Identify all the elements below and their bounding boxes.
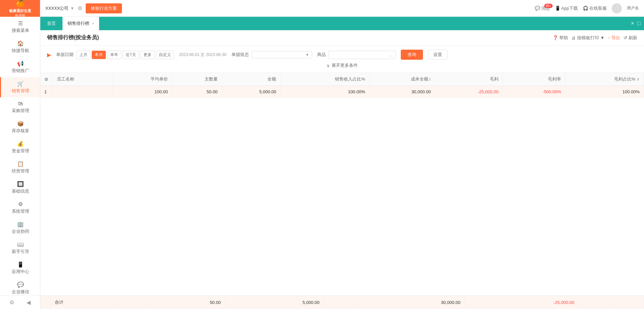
- date-btn-this-month[interactable]: 本月: [92, 51, 106, 59]
- message-icon: 💬: [535, 6, 540, 11]
- tab-maximize-btn[interactable]: □: [637, 20, 641, 27]
- query-btn[interactable]: 查询: [401, 50, 423, 60]
- col-qty: 主数量: [172, 73, 222, 86]
- cost-help-icon[interactable]: ℹ: [429, 77, 431, 81]
- trial-btn[interactable]: 体验行业方案: [86, 3, 122, 13]
- sidebar-item-sys-mgmt[interactable]: ⚙系统管理: [0, 198, 40, 218]
- cell-amount: 5,000.00: [222, 86, 281, 98]
- status-select[interactable]: ▼: [252, 51, 312, 58]
- refresh-icon: ↺: [624, 35, 627, 40]
- company-selector[interactable]: XXXXX公司 ▼: [45, 5, 74, 11]
- goods-filter-label: 商品: [317, 52, 326, 58]
- date-btn-more[interactable]: 更多: [140, 51, 155, 59]
- sidebar-label-beginner-guide: 新手引导: [12, 249, 29, 255]
- goods-more-icon[interactable]: ...: [389, 52, 393, 57]
- sidebar-item-quick-nav[interactable]: 🏠快捷导航: [0, 37, 40, 57]
- sidebar-item-app-center[interactable]: 📱应用中心: [0, 258, 40, 278]
- footer-avg-price: [117, 296, 149, 309]
- tabbar-right: × □: [631, 20, 644, 27]
- sidebar-item-capital-mgmt[interactable]: 💰资金管理: [0, 137, 40, 157]
- online-service-btn[interactable]: 🎧 在线客服: [583, 5, 607, 11]
- sidebar-footer: ⚙ ◀: [0, 296, 40, 309]
- footer-profit-rate: [578, 296, 611, 309]
- sidebar-collapse-icon[interactable]: ◀: [27, 299, 31, 306]
- logo-line1: 畅康通好生意: [9, 8, 31, 13]
- table-footer: 合计 50.00 5,000.00 30,000.00 -25,000.00: [40, 296, 644, 309]
- sidebar-item-ops-mgmt[interactable]: 📋经营管理: [0, 157, 40, 177]
- sidebar-label-sales-mgmt: 销售管理: [12, 88, 29, 94]
- sidebar-item-marketing[interactable]: 📢营销推广: [0, 57, 40, 77]
- profit-pct-help-icon[interactable]: ⬆: [637, 77, 640, 81]
- date-btn-this-year[interactable]: 本年: [107, 51, 121, 59]
- goods-filter: 商品 ...: [317, 51, 396, 59]
- sidebar-item-basic-info[interactable]: 🔲基础信息: [0, 177, 40, 198]
- expand-more-row[interactable]: ∨ 展开更多条件: [47, 60, 637, 68]
- message-btn[interactable]: 💬 消息 99+: [535, 5, 550, 11]
- tab-close-icon[interactable]: ×: [92, 21, 94, 25]
- date-filter: 单据日期 上月 本月 本年 近7天 更多 自定义: [56, 51, 174, 59]
- footer-row: 合计 50.00 5,000.00 30,000.00 -25,000.00: [40, 296, 644, 309]
- sidebar-item-enterprise-collab[interactable]: 🏢企业协同: [0, 218, 40, 238]
- tab-sales-rank[interactable]: 销售排行榜 ×: [62, 17, 99, 30]
- export-btn[interactable]: ↑ 导出: [608, 35, 620, 41]
- filter-expand-icon[interactable]: ▶: [47, 52, 51, 58]
- date-buttons: 上月 本月 本年 近7天 更多 自定义: [76, 51, 174, 59]
- topbar: XXXXX公司 ▼ ⚙ 体验行业方案 💬 消息 99+ 📱 App下载 🎧 在线…: [40, 0, 644, 17]
- template-print-btn[interactable]: 🖨 按模板打印 ▼: [571, 35, 605, 41]
- date-btn-last-month[interactable]: 上月: [76, 51, 90, 59]
- date-btn-7days[interactable]: 近7天: [123, 51, 139, 59]
- print-chevron-icon: ▼: [600, 35, 605, 40]
- sidebar-icon-quick-nav: 🏠: [17, 40, 24, 47]
- date-btn-custom[interactable]: 自定义: [156, 51, 174, 59]
- print-icon: 🖨: [571, 35, 576, 40]
- sidebar-item-sales-mgmt[interactable]: 🛒销售管理: [0, 77, 40, 97]
- col-settings-icon[interactable]: ⚙: [40, 73, 53, 86]
- status-filter: 单据状态 ▼: [231, 51, 312, 58]
- sidebar-label-ops-mgmt: 经营管理: [12, 168, 29, 174]
- goods-input[interactable]: ...: [329, 51, 396, 59]
- sidebar-icon-marketing: 📢: [17, 60, 24, 67]
- sidebar-item-inventory[interactable]: 📦库存核算: [0, 117, 40, 137]
- tab-home[interactable]: 首页: [40, 17, 62, 30]
- tab-close-btn[interactable]: ×: [631, 20, 634, 27]
- refresh-label: 刷新: [629, 35, 637, 41]
- col-profit-pct: 毛利占比% ⬆: [565, 73, 644, 86]
- sidebar-item-purchase-mgmt[interactable]: 🛍采购管理: [0, 97, 40, 117]
- app-download-btn[interactable]: 📱 App下载: [555, 5, 578, 11]
- footer-sales-pct: [324, 296, 356, 309]
- refresh-btn[interactable]: ↺ 刷新: [624, 35, 637, 41]
- sidebar-label-quick-nav: 快捷导航: [12, 48, 29, 54]
- username-label: 用户名: [627, 5, 639, 11]
- sidebar-label-purchase-mgmt: 采购管理: [12, 108, 29, 114]
- cell-rank: 1: [40, 86, 53, 98]
- footer-empty-rank: [40, 296, 50, 309]
- sidebar-nav: ☰搜索菜单🏠快捷导航📢营销推广🛒销售管理🛍采购管理📦库存核算💰资金管理📋经营管理…: [0, 17, 40, 296]
- expand-chevron-icon: ∨: [327, 63, 330, 68]
- company-name: XXXXX公司: [45, 5, 69, 11]
- sidebar-settings-icon[interactable]: ⚙: [9, 299, 14, 306]
- sidebar-icon-enterprise-collab: 🏢: [17, 221, 24, 227]
- sidebar-item-enterprise-wechat[interactable]: 💬企业微信: [0, 278, 40, 296]
- sidebar-item-search-order[interactable]: ☰搜索菜单: [0, 17, 40, 37]
- help-btn[interactable]: ❓ 帮助: [553, 35, 568, 41]
- user-avatar[interactable]: [612, 3, 622, 13]
- app-download-label: App下载: [561, 5, 578, 11]
- col-profit-rate: 毛利率: [503, 73, 565, 86]
- topbar-settings-icon[interactable]: ⚙: [78, 5, 82, 11]
- sidebar-item-beginner-guide[interactable]: 📖新手引导: [0, 238, 40, 258]
- cell-sales-pct: 100.00%: [281, 86, 370, 98]
- help-icon: ❓: [553, 35, 558, 40]
- footer-tbody: 合计 50.00 5,000.00 30,000.00 -25,000.00: [40, 296, 644, 309]
- export-icon: ↑: [608, 35, 610, 40]
- sidebar-label-capital-mgmt: 资金管理: [12, 148, 29, 154]
- topbar-right: 💬 消息 99+ 📱 App下载 🎧 在线客服 用户名: [535, 3, 639, 13]
- sidebar-icon-basic-info: 🔲: [17, 181, 24, 187]
- export-label: 导出: [611, 35, 620, 41]
- filter-settings-btn[interactable]: 设置: [428, 50, 447, 60]
- col-profit: 毛利: [435, 73, 503, 86]
- sidebar-label-marketing: 营销推广: [12, 68, 29, 74]
- col-sales-pct: 销售收入占比%: [281, 73, 370, 86]
- table-body: 1 100.00 50.00 5,000.00 100.00% 30,000.0…: [40, 86, 644, 98]
- status-select-arrow-icon: ▼: [305, 53, 309, 57]
- template-print-label: 按模板打印: [577, 35, 599, 41]
